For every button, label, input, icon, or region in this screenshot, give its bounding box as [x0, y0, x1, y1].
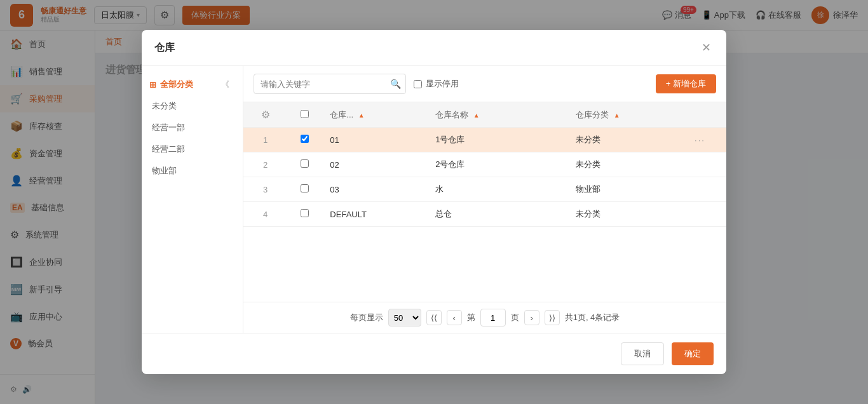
table-row[interactable]: 4 DEFAULT 总仓 未分类	[243, 202, 726, 227]
warehouse-table: ⚙ 仓库... ▲ 仓库名称	[243, 102, 726, 227]
dialog-header: 仓库 ✕	[142, 30, 726, 66]
category-all[interactable]: ⊞ 全部分类	[142, 74, 203, 95]
search-bar: 🔍 显示停用 + 新增仓库	[243, 66, 726, 102]
show-disabled-checkbox[interactable]	[414, 80, 422, 88]
last-page-button[interactable]: ⟩⟩	[545, 310, 560, 325]
pagination: 每页显示 102050100 ⟨⟨ ‹ 第 页 › ⟩⟩ 共1页, 4条记录	[243, 302, 726, 333]
row-index: 3	[243, 177, 287, 202]
category-ops2[interactable]: 经营二部	[142, 138, 243, 160]
row-checkbox[interactable]	[301, 209, 309, 217]
row-name: 1号仓库	[428, 128, 568, 152]
row-actions[interactable]	[674, 202, 726, 227]
sort-icon-code: ▲	[358, 112, 365, 119]
page-label: 第	[467, 312, 475, 323]
row-index: 1	[243, 128, 287, 152]
category-unclassified[interactable]: 未分类	[142, 95, 243, 117]
page-unit: 页	[511, 312, 519, 323]
dialog-footer: 取消 确定	[142, 333, 726, 374]
col-actions-header	[674, 102, 726, 128]
row-name: 2号仓库	[428, 152, 568, 177]
add-warehouse-button[interactable]: + 新增仓库	[656, 74, 716, 93]
select-all-checkbox[interactable]	[301, 110, 309, 118]
category-panel: ⊞ 全部分类 《 未分类 经营一部 经营二部 物业部	[142, 66, 243, 333]
prev-page-button[interactable]: ‹	[447, 310, 462, 325]
row-name: 总仓	[428, 202, 568, 227]
row-actions[interactable]: ···	[674, 128, 726, 152]
row-index: 2	[243, 152, 287, 177]
search-wrap: 🔍	[254, 74, 406, 94]
row-checkbox[interactable]	[301, 159, 309, 168]
col-check-header	[287, 102, 322, 128]
row-code: 01	[322, 128, 428, 152]
table-row[interactable]: 1 01 1号仓库 未分类 ···	[243, 128, 726, 152]
col-code-label: 仓库...	[330, 110, 353, 119]
dialog-body: ⊞ 全部分类 《 未分类 经营一部 经营二部 物业部 🔍	[142, 66, 726, 333]
row-index: 4	[243, 202, 287, 227]
dialog-main: 🔍 显示停用 + 新增仓库 ⚙	[243, 66, 726, 333]
row-code: 03	[322, 177, 428, 202]
page-input[interactable]	[480, 309, 506, 327]
warehouse-table-wrap: ⚙ 仓库... ▲ 仓库名称	[243, 102, 726, 302]
col-name-header[interactable]: 仓库名称 ▲	[428, 102, 568, 128]
row-checkbox[interactable]	[301, 135, 309, 143]
dialog-overlay: 仓库 ✕ ⊞ 全部分类 《 未分类 经营一部 经营二部 物业部	[0, 0, 868, 404]
search-icon[interactable]: 🔍	[390, 79, 401, 89]
row-code: DEFAULT	[322, 202, 428, 227]
cancel-button[interactable]: 取消	[621, 342, 664, 365]
row-actions[interactable]	[674, 152, 726, 177]
col-cat-label: 仓库分类	[576, 110, 609, 119]
row-checkbox[interactable]	[301, 184, 309, 192]
category-ops1[interactable]: 经营一部	[142, 117, 243, 138]
row-checkbox-cell[interactable]	[287, 202, 322, 227]
row-checkbox-cell[interactable]	[287, 177, 322, 202]
row-category: 未分类	[568, 128, 674, 152]
table-gear-icon[interactable]: ⚙	[261, 109, 270, 120]
confirm-button[interactable]: 确定	[672, 342, 714, 365]
grid-icon: ⊞	[149, 80, 156, 90]
more-actions-icon[interactable]: ···	[695, 135, 705, 145]
search-input[interactable]	[254, 74, 406, 94]
col-gear: ⚙	[243, 102, 287, 128]
next-page-button[interactable]: ›	[524, 310, 539, 325]
col-name-label: 仓库名称	[435, 110, 468, 119]
page-summary: 共1页, 4条记录	[565, 312, 620, 323]
show-disabled-label: 显示停用	[426, 78, 459, 90]
row-name: 水	[428, 177, 568, 202]
sort-icon-cat: ▲	[614, 112, 620, 119]
table-row[interactable]: 2 02 2号仓库 未分类	[243, 152, 726, 177]
col-cat-header[interactable]: 仓库分类 ▲	[568, 102, 674, 128]
row-code: 02	[322, 152, 428, 177]
col-code-header[interactable]: 仓库... ▲	[322, 102, 428, 128]
page-size-select[interactable]: 102050100	[388, 309, 421, 327]
dialog-title: 仓库	[154, 41, 175, 55]
dialog-close-button[interactable]: ✕	[698, 40, 714, 55]
row-checkbox-cell[interactable]	[287, 152, 322, 177]
category-property[interactable]: 物业部	[142, 160, 243, 182]
sort-icon-name: ▲	[473, 112, 480, 119]
row-actions[interactable]	[674, 177, 726, 202]
collapse-sidebar-button[interactable]: 《	[217, 77, 233, 92]
first-page-button[interactable]: ⟨⟨	[426, 310, 442, 325]
warehouse-dialog: 仓库 ✕ ⊞ 全部分类 《 未分类 经营一部 经营二部 物业部	[142, 30, 726, 374]
row-category: 物业部	[568, 177, 674, 202]
row-category: 未分类	[568, 202, 674, 227]
row-checkbox-cell[interactable]	[287, 128, 322, 152]
table-row[interactable]: 3 03 水 物业部	[243, 177, 726, 202]
show-disabled-toggle[interactable]: 显示停用	[414, 78, 459, 90]
page-size-label: 每页显示	[350, 312, 383, 323]
row-category: 未分类	[568, 152, 674, 177]
category-all-label: 全部分类	[160, 79, 193, 90]
